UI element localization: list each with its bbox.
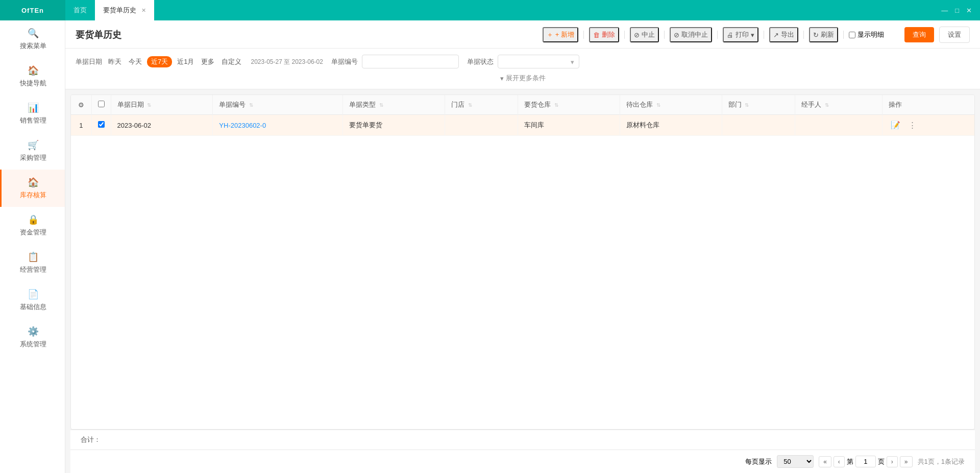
sidebar-item-purchase-mgmt[interactable]: 🛒 采购管理 — [0, 132, 65, 170]
print-button[interactable]: 🖨 打印 ▾ — [723, 27, 758, 42]
toolbar-divider-1 — [583, 31, 584, 39]
date-shortcut-1month[interactable]: 近1月 — [175, 56, 196, 67]
table-body: 1 2023-06-02 YH-20230602-0 要货单要货 — [71, 115, 974, 136]
docno-input[interactable] — [362, 55, 459, 68]
page-input-prefix: 第 — [847, 457, 853, 466]
close-tab-icon[interactable]: ✕ — [141, 7, 146, 14]
row-handler — [795, 115, 883, 136]
row-checkbox-cell — [91, 115, 111, 136]
docno-filter-label: 单据编号 — [331, 57, 358, 66]
export-icon: ↗ — [773, 31, 779, 39]
show-detail-checkbox[interactable] — [849, 32, 855, 38]
date-filter-label: 单据日期 — [76, 57, 102, 66]
date-filter-group: 单据日期 昨天 今天 近7天 近1月 更多 自定义 2023-05-27 至 2… — [76, 56, 323, 67]
status-select[interactable]: 待审核 已审核 已关闭 — [498, 55, 579, 68]
quick-nav-icon: 🏠 — [28, 65, 39, 76]
maximize-button[interactable]: □ — [955, 7, 959, 14]
date-shortcut-more[interactable]: 更多 — [199, 56, 216, 67]
search-menu-icon: 🔍 — [28, 28, 39, 39]
refresh-icon: ↻ — [813, 31, 819, 39]
stop-button[interactable]: ⊘ 中止 — [630, 27, 659, 42]
status-filter-label: 单据状态 — [467, 57, 494, 66]
more-action-icon[interactable]: ⋮ — [906, 120, 918, 131]
page-input[interactable] — [855, 456, 876, 467]
date-shortcut-today[interactable]: 今天 — [127, 56, 144, 67]
row-doc-no-link[interactable]: YH-20230602-0 — [219, 122, 266, 129]
new-button[interactable]: ＋ + 新增 — [543, 27, 578, 42]
sales-mgmt-icon: 📊 — [28, 102, 39, 113]
settings-col-icon[interactable]: ⚙ — [78, 101, 84, 109]
summary-bar: 合计： — [70, 430, 975, 450]
sidebar-item-sales-mgmt[interactable]: 📊 销售管理 — [0, 95, 65, 132]
toolbar: ＋ + 新增 🗑 删除 ⊘ 中止 ⊘ — [543, 27, 970, 43]
col-doc-no: 单据编号 ⇅ — [213, 95, 343, 115]
window-controls: — □ ✕ — [941, 7, 980, 14]
settings-button[interactable]: 设置 — [939, 27, 970, 43]
sort-req-warehouse-icon[interactable]: ⇅ — [554, 102, 558, 108]
date-shortcuts: 昨天 今天 近7天 近1月 更多 自定义 — [106, 56, 243, 67]
row-action: 📝 ⋮ — [883, 115, 974, 136]
sort-department-icon[interactable]: ⇅ — [745, 102, 749, 108]
sort-store-icon[interactable]: ⇅ — [468, 102, 472, 108]
col-store: 门店 ⇅ — [445, 95, 518, 115]
sidebar-item-inventory[interactable]: 🏠 库存核算 — [0, 170, 65, 207]
sort-pend-warehouse-icon[interactable]: ⇅ — [656, 102, 660, 108]
purchase-mgmt-icon: 🛒 — [28, 139, 39, 151]
status-select-wrapper: 待审核 已审核 已关闭 — [498, 55, 579, 68]
sidebar-item-search-menu[interactable]: 🔍 搜索菜单 — [0, 20, 65, 58]
sort-doc-date-icon[interactable]: ⇅ — [147, 102, 151, 108]
date-shortcut-custom[interactable]: 自定义 — [219, 56, 243, 67]
query-button[interactable]: 查询 — [904, 27, 934, 42]
minimize-button[interactable]: — — [941, 7, 948, 14]
col-pend-warehouse: 待出仓库 ⇅ — [620, 95, 722, 115]
tab-bar: 首页 要货单历史 ✕ — [65, 0, 154, 20]
row-settings-cell: 1 — [71, 115, 91, 136]
cancel-stop-icon: ⊘ — [674, 31, 679, 39]
show-detail-checkbox-wrapper[interactable]: 显示明细 — [849, 30, 884, 39]
tab-purchase-history[interactable]: 要货单历史 ✕ — [95, 0, 154, 20]
sort-doc-no-icon[interactable]: ⇅ — [249, 102, 253, 108]
first-page-button[interactable]: « — [819, 456, 831, 467]
refresh-button[interactable]: ↻ 刷新 — [809, 27, 838, 42]
row-checkbox[interactable] — [98, 121, 105, 128]
date-shortcut-7days[interactable]: 近7天 — [147, 56, 172, 67]
sidebar-item-quick-nav[interactable]: 🏠 快捷导航 — [0, 58, 65, 95]
chevron-down-icon: ▾ — [500, 75, 504, 82]
next-page-button[interactable]: › — [887, 456, 898, 467]
tab-home[interactable]: 首页 — [65, 0, 95, 20]
sort-handler-icon[interactable]: ⇅ — [825, 102, 829, 108]
col-department: 部门 ⇅ — [722, 95, 795, 115]
stop-icon: ⊘ — [634, 31, 640, 39]
content-area: 要货单历史 ＋ + 新增 🗑 删除 ⊘ 中止 — [65, 20, 980, 473]
filter-area: 单据日期 昨天 今天 近7天 近1月 更多 自定义 2023-05-27 至 2… — [65, 49, 980, 89]
date-shortcut-yesterday[interactable]: 昨天 — [106, 56, 124, 67]
pagination-bar: 每页显示 50 10 20 100 « ‹ 第 页 › » 共1页，1条记录 — [70, 450, 975, 473]
edit-action-icon[interactable]: 📝 — [889, 120, 902, 131]
per-page-label: 每页显示 — [745, 457, 772, 466]
toolbar-divider-2 — [624, 31, 625, 39]
sidebar-item-finance[interactable]: 🔒 资金管理 — [0, 207, 65, 244]
col-action: 操作 — [883, 95, 974, 115]
sort-doc-type-icon[interactable]: ⇅ — [379, 102, 383, 108]
row-doc-type: 要货单要货 — [343, 115, 445, 136]
brand-logo: OfTEn — [0, 0, 65, 20]
select-all-checkbox[interactable] — [98, 101, 105, 107]
cancel-stop-button[interactable]: ⊘ 取消中止 — [670, 27, 712, 42]
delete-icon: 🗑 — [593, 31, 600, 39]
close-button[interactable]: ✕ — [966, 7, 972, 14]
prev-page-button[interactable]: ‹ — [834, 456, 845, 467]
date-range-display: 2023-05-27 至 2023-06-02 — [251, 57, 323, 66]
export-button[interactable]: ↗ 导出 — [769, 27, 798, 42]
page-input-suffix: 页 — [878, 457, 885, 466]
expand-more-button[interactable]: ▾ 展开更多条件 — [76, 74, 970, 83]
toolbar-divider-6 — [803, 31, 804, 39]
toolbar-divider-4 — [717, 31, 718, 39]
sidebar-item-system-mgmt[interactable]: ⚙️ 系统管理 — [0, 319, 65, 356]
new-icon: ＋ — [547, 30, 553, 39]
sidebar-item-basic-info[interactable]: 📄 基础信息 — [0, 281, 65, 319]
col-doc-date: 单据日期 ⇅ — [111, 95, 213, 115]
sidebar-item-operations[interactable]: 📋 经营管理 — [0, 244, 65, 281]
per-page-select[interactable]: 50 10 20 100 — [777, 455, 814, 468]
last-page-button[interactable]: » — [900, 456, 913, 467]
delete-button[interactable]: 🗑 删除 — [589, 27, 619, 42]
